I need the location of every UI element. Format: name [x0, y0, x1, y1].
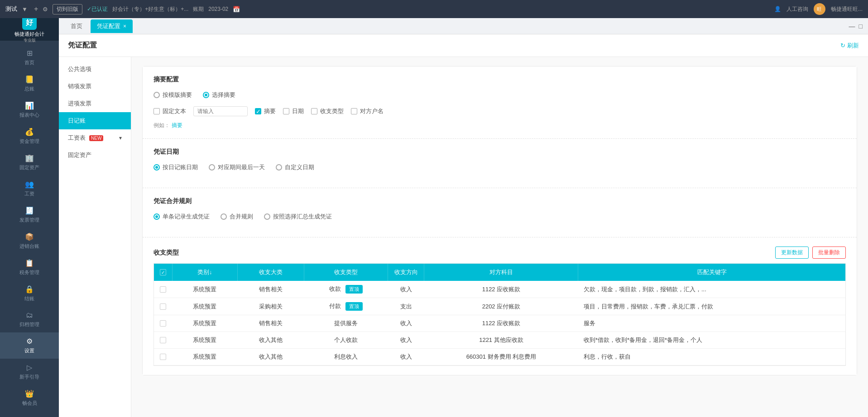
th-category: 类别↓: [172, 264, 238, 281]
sidebar-item-ledger[interactable]: 📒 总账: [0, 71, 59, 97]
radio-custom-date[interactable]: 自定义日期: [276, 163, 314, 171]
update-data-btn[interactable]: 更新数据: [775, 246, 809, 259]
home-icon: ⊞: [27, 49, 33, 57]
abstract-box: ✓: [255, 108, 261, 114]
left-nav-purchase-inv[interactable]: 进项发票: [59, 95, 131, 112]
radio-period-last[interactable]: 对应期间最后一天: [209, 163, 265, 171]
settings-icon[interactable]: ⚙: [43, 6, 48, 13]
radio-choose[interactable]: 选择摘要: [203, 91, 235, 99]
left-nav-journal[interactable]: 日记账: [59, 112, 131, 129]
member-icon: 👑: [25, 389, 34, 398]
sidebar-item-purchase[interactable]: 📦 进销台账: [0, 228, 59, 254]
sidebar-item-member[interactable]: 👑 畅会员: [0, 385, 59, 411]
checkbox-type[interactable]: 收支类型: [311, 107, 344, 115]
sidebar-item-label: 首页: [24, 59, 34, 66]
th-checkbox[interactable]: ✓: [154, 264, 172, 281]
row5-category: 系统预置: [172, 349, 238, 365]
period-label: 账期: [193, 5, 204, 13]
summary-title: 摘要配置: [153, 76, 846, 84]
tab-close-icon[interactable]: ×: [123, 23, 126, 29]
row2-checkbox[interactable]: [154, 298, 172, 315]
table-row: 系统预置 采购相关 付款 置顶 支出 2202 应付账款 项目，日常: [154, 298, 845, 315]
user-name: 畅捷通旺旺...: [831, 5, 863, 13]
row3-type: 提供服务: [304, 315, 388, 332]
new-badge: NEW: [89, 135, 103, 141]
row1-account: 1122 应收账款: [424, 281, 578, 298]
radio-journal-date[interactable]: 按日记账日期: [153, 163, 198, 171]
row3-major: 销售相关: [238, 315, 304, 332]
calendar-icon[interactable]: 📅: [233, 6, 240, 13]
add-icon[interactable]: +: [34, 5, 38, 13]
sidebar-item-guide[interactable]: ▷ 新手引导: [0, 359, 59, 385]
sidebar-item-closing[interactable]: 🔒 结账: [0, 280, 59, 307]
row3-keywords: 服务: [578, 315, 845, 332]
sidebar-item-tax[interactable]: 📋 税务管理: [0, 254, 59, 280]
sidebar-item-payroll[interactable]: 👥 工资: [0, 175, 59, 202]
sidebar-item-reports[interactable]: 📊 报表中心: [0, 97, 59, 123]
row3-checkbox[interactable]: [154, 315, 172, 332]
refresh-btn[interactable]: ↻ 刷新: [840, 42, 859, 56]
config-area: 摘要配置 按模版摘要 选择摘要: [131, 57, 868, 417]
row2-tag-btn[interactable]: 置顶: [345, 302, 363, 311]
radio-template[interactable]: 按模版摘要: [153, 91, 192, 99]
old-version-btn[interactable]: 切到旧版: [53, 4, 82, 14]
minimize-btn[interactable]: —: [849, 23, 855, 30]
page-title: 凭证配置: [68, 41, 97, 57]
radio-single[interactable]: 单条记录生成凭证: [153, 213, 210, 221]
left-nav-payroll-sheet[interactable]: 工资表 NEW ▾: [59, 129, 131, 147]
radio-merge-rule[interactable]: 合并规则: [221, 213, 253, 221]
sidebar-item-home[interactable]: ⊞ 首页: [0, 44, 59, 71]
settings-sidebar-icon: ⚙: [26, 337, 33, 346]
left-nav-sales[interactable]: 销项发票: [59, 78, 131, 95]
sidebar-item-assets[interactable]: 🏢 固定资产: [0, 149, 59, 175]
example-row: 例如： 摘要: [153, 122, 846, 129]
maximize-btn[interactable]: □: [859, 23, 863, 30]
row1-checkbox[interactable]: [154, 281, 172, 298]
row4-checkbox[interactable]: [154, 332, 172, 349]
radio-summary-gen[interactable]: 按照选择汇总生成凭证: [264, 213, 332, 221]
row5-checkbox[interactable]: [154, 349, 172, 365]
tax-icon: 📋: [25, 259, 34, 267]
row1-keywords: 欠款，现金，项目款，到款，报销款，汇入，...: [578, 281, 845, 298]
sidebar-item-settings[interactable]: ⚙ 设置: [0, 332, 59, 359]
left-nav-public[interactable]: 公共选项: [59, 61, 131, 78]
row5-account: 660301 财务费用 利息费用: [424, 349, 578, 365]
income-table-section: ✓ 类别↓ 收支大类: [153, 263, 846, 366]
sidebar-nav: ⊞ 首页 📒 总账 📊 报表中心 💰 资金管理 🏢 固定资产 👥 工资: [0, 41, 59, 417]
fixed-text-input[interactable]: [193, 106, 248, 116]
row4-major: 收入其他: [238, 332, 304, 349]
tab-voucher[interactable]: 凭证配置 ×: [91, 19, 133, 33]
content-area: 首页 凭证配置 × — □ 凭证配置 ↻ 刷新 公共选项: [59, 18, 868, 417]
invoice-icon: 🧾: [25, 206, 34, 215]
row4-direction: 收入: [388, 332, 424, 349]
summary-radio-group: 按模版摘要 选择摘要: [153, 91, 846, 99]
tab-voucher-label: 凭证配置: [97, 22, 120, 30]
row4-account: 1221 其他应收款: [424, 332, 578, 349]
dropdown-icon[interactable]: ▼: [22, 6, 28, 13]
date-title: 凭证日期: [153, 148, 846, 156]
summary-section: 摘要配置 按模版摘要 选择摘要: [143, 66, 857, 138]
batch-delete-btn[interactable]: 批量删除: [812, 246, 846, 259]
closing-icon: 🔒: [25, 285, 34, 294]
checkbox-counterpart[interactable]: 对方户名: [351, 107, 384, 115]
row1-tag-btn[interactable]: 置顶: [345, 285, 363, 294]
expand-icon: ▾: [119, 135, 122, 141]
tab-home[interactable]: 首页: [64, 19, 89, 33]
fixed-text-box: [153, 108, 160, 114]
radio-template-circle: [153, 92, 160, 98]
table-action-group: 更新数据 批量删除: [775, 246, 846, 259]
sidebar-item-funds[interactable]: 💰 资金管理: [0, 123, 59, 149]
avatar[interactable]: 旺: [814, 3, 825, 15]
left-nav-fixed-assets[interactable]: 固定资产: [59, 147, 131, 164]
archive-icon: 🗂: [26, 311, 33, 319]
consult-label[interactable]: 人工咨询: [786, 5, 808, 13]
sidebar-item-archive[interactable]: 🗂 归档管理: [0, 307, 59, 332]
checkbox-date[interactable]: 日期: [283, 107, 304, 115]
checkbox-abstract[interactable]: ✓ 摘要: [255, 107, 276, 115]
checkbox-fixed-text[interactable]: 固定文本: [153, 107, 186, 115]
sidebar-item-invoice[interactable]: 🧾 发票管理: [0, 202, 59, 228]
guide-icon: ▷: [27, 363, 32, 372]
sidebar: 好 畅捷通好会计 专业版 ⊞ 首页 📒 总账 📊 报表中心 💰 资金管理: [0, 18, 59, 417]
tab-home-label: 首页: [71, 22, 82, 30]
consult-icon[interactable]: 👤: [774, 6, 781, 12]
